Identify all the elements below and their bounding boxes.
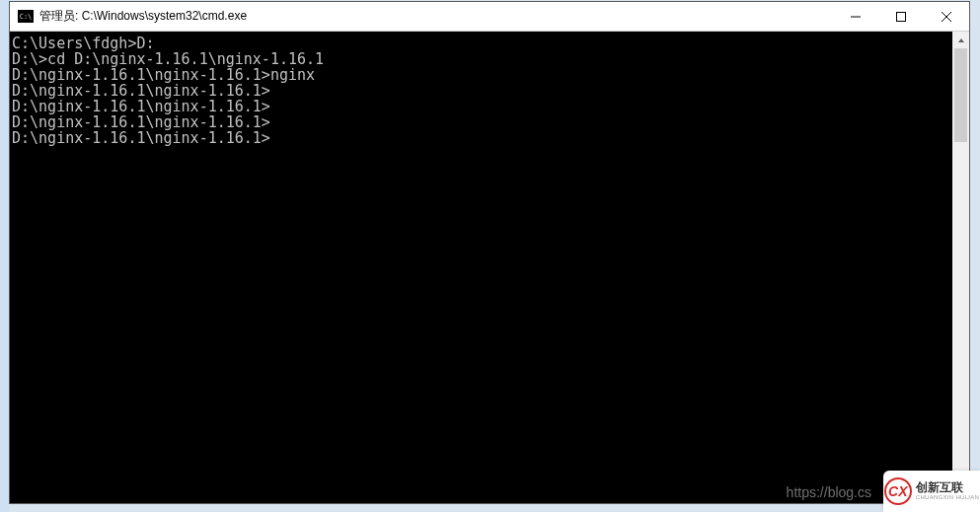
terminal-line: C:\Users\fdgh>D: bbox=[12, 36, 952, 51]
terminal-area: C:\Users\fdgh>D:D:\>cd D:\nginx-1.16.1\n… bbox=[10, 32, 969, 503]
cmd-icon bbox=[18, 10, 34, 23]
terminal-line: D:\nginx-1.16.1\nginx-1.16.1> bbox=[12, 83, 952, 99]
logo-mark: CX bbox=[884, 477, 912, 505]
svg-rect-1 bbox=[897, 12, 906, 21]
logo-en: CHUANGXIN HULIAN bbox=[916, 494, 979, 501]
minimize-icon bbox=[851, 12, 861, 22]
terminal-line: D:\nginx-1.16.1\nginx-1.16.1> bbox=[12, 114, 952, 130]
desktop-background-strip bbox=[0, 0, 9, 512]
terminal-line: D:\nginx-1.16.1\nginx-1.16.1>nginx bbox=[12, 67, 952, 83]
terminal-line: D:\>cd D:\nginx-1.16.1\nginx-1.16.1 bbox=[12, 51, 952, 67]
chevron-up-icon bbox=[957, 37, 965, 44]
scroll-thumb[interactable] bbox=[954, 48, 967, 142]
cmd-window: 管理员: C:\Windows\system32\cmd.exe C:\User… bbox=[9, 1, 970, 504]
terminal-line: D:\nginx-1.16.1\nginx-1.16.1> bbox=[12, 99, 952, 114]
watermark-text: https://blog.cs bbox=[787, 484, 871, 500]
svg-marker-4 bbox=[958, 38, 964, 42]
vertical-scrollbar[interactable] bbox=[952, 32, 969, 503]
logo-text: 创新互联 CHUANGXIN HULIAN bbox=[916, 481, 979, 501]
titlebar[interactable]: 管理员: C:\Windows\system32\cmd.exe bbox=[10, 2, 969, 32]
minimize-button[interactable] bbox=[833, 2, 878, 31]
scroll-up-button[interactable] bbox=[952, 32, 969, 48]
window-title: 管理员: C:\Windows\system32\cmd.exe bbox=[39, 8, 833, 25]
close-button[interactable] bbox=[924, 2, 969, 31]
maximize-icon bbox=[896, 12, 906, 22]
terminal-output[interactable]: C:\Users\fdgh>D:D:\>cd D:\nginx-1.16.1\n… bbox=[10, 32, 952, 503]
close-icon bbox=[942, 12, 951, 22]
maximize-button[interactable] bbox=[878, 2, 924, 31]
logo-cn: 创新互联 bbox=[916, 481, 979, 494]
terminal-line: D:\nginx-1.16.1\nginx-1.16.1> bbox=[12, 130, 952, 146]
logo-badge: CX 创新互联 CHUANGXIN HULIAN bbox=[883, 471, 980, 512]
window-controls bbox=[833, 2, 969, 31]
